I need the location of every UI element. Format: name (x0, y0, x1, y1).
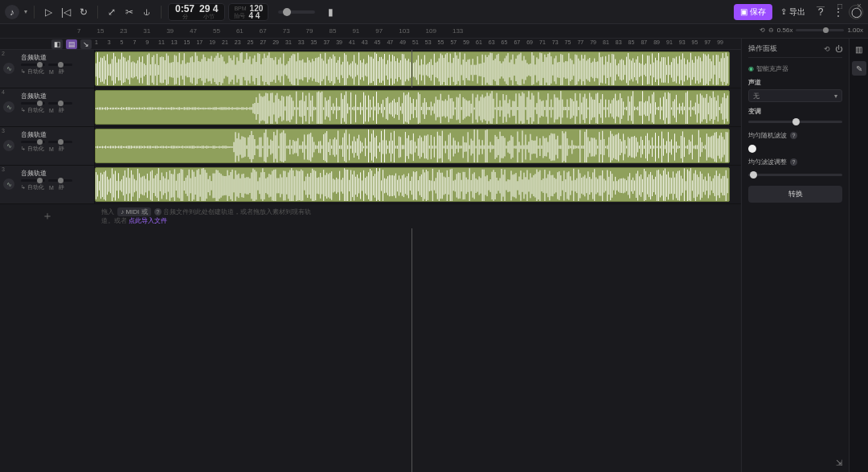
import-link[interactable]: 点此导入文件 (129, 217, 167, 224)
track-solo-button[interactable]: 静 (59, 145, 64, 153)
track-automation-button[interactable]: ↳ 自动化 (21, 68, 44, 76)
skip-start-button[interactable]: |◁ (59, 5, 73, 19)
overview-bar[interactable]: 715233139475561677379859197103109133 (0, 24, 868, 39)
app-logo[interactable]: ♪ (5, 5, 19, 19)
track-name[interactable]: 音频轨道 (21, 92, 91, 101)
tempo-display[interactable]: BPM120 拍号4 4 (228, 3, 268, 21)
playhead-lower[interactable] (411, 228, 412, 472)
side-tab-b[interactable]: ✎ (852, 61, 866, 76)
track-pan-slider[interactable] (48, 64, 72, 66)
tool-cut-button[interactable]: ✂ (122, 5, 137, 19)
intensity-slider[interactable] (748, 121, 842, 123)
track-header[interactable]: 4∿音频轨道↳ 自动化M静 (0, 88, 95, 126)
svg-rect-357 (668, 56, 669, 83)
svg-rect-560 (360, 102, 361, 114)
svg-rect-527 (307, 107, 308, 110)
track-automation-button[interactable]: ↳ 自动化 (21, 106, 44, 114)
svg-rect-1102 (596, 140, 596, 155)
tool-select-button[interactable]: ⤢ (104, 5, 119, 19)
track-solo-button[interactable]: 静 (59, 68, 64, 76)
svg-rect-597 (420, 94, 420, 123)
master-volume-slider[interactable] (278, 10, 315, 14)
zoom-slider[interactable] (796, 29, 844, 31)
svg-rect-1466 (546, 178, 547, 193)
voice-select[interactable]: 无▾ (748, 89, 842, 102)
svg-rect-41 (162, 56, 162, 83)
play-button[interactable]: ▷ (41, 5, 55, 19)
svg-rect-368 (686, 64, 686, 76)
timeline-ruler[interactable]: 1357911131517192123252729313335373941434… (95, 39, 741, 49)
side-tab-a[interactable]: ▥ (852, 42, 866, 56)
track-clip-area[interactable] (95, 166, 741, 203)
zoom-control[interactable]: ⟲ ⊖ 0.56x 1.00x (760, 27, 863, 34)
filter-help-icon[interactable]: ? (790, 158, 797, 166)
empty-timeline-area[interactable] (0, 228, 741, 472)
track-clip-area[interactable] (95, 50, 741, 88)
export-button[interactable]: ⇪导出 (776, 4, 810, 20)
track-type-icon[interactable]: ∿ (3, 101, 14, 113)
track-mute-button[interactable]: M (49, 146, 54, 152)
tool-snap-button[interactable]: ⫝ (140, 5, 154, 19)
ruler-mode-c-button[interactable]: ↘ (80, 39, 92, 49)
track-volume-slider[interactable] (21, 141, 45, 143)
loop-button[interactable]: ↻ (76, 5, 91, 19)
track-header[interactable]: 3∿音频轨道↳ 自动化M静 (0, 127, 95, 165)
panel-refresh-icon[interactable]: ⟲ (824, 45, 830, 53)
track-type-icon[interactable]: ∿ (3, 63, 14, 74)
track-name[interactable]: 音频轨道 (21, 53, 91, 62)
add-track-button[interactable]: ＋ (0, 204, 95, 228)
eq-help-icon[interactable]: ? (790, 132, 797, 139)
svg-rect-193 (405, 59, 406, 82)
track-pan-slider[interactable] (48, 102, 72, 105)
track-volume-slider[interactable] (21, 64, 45, 66)
track-name[interactable]: 音频轨道 (21, 169, 91, 178)
hint-help-icon[interactable]: ? (154, 208, 162, 215)
track-header[interactable]: 2∿音频轨道↳ 自动化M静 (0, 50, 95, 88)
svg-rect-1088 (573, 145, 574, 149)
svg-rect-1027 (476, 146, 477, 148)
filter-slider[interactable] (748, 174, 842, 176)
app-menu-chevron-icon[interactable]: ▾ (24, 8, 27, 15)
track-mute-button[interactable]: M (49, 69, 54, 75)
track-type-icon[interactable]: ∿ (3, 179, 14, 190)
ruler-mode-b-button[interactable]: ▤ (66, 39, 77, 49)
track-automation-button[interactable]: ↳ 自动化 (21, 183, 44, 191)
track-pan-slider[interactable] (48, 179, 72, 182)
svg-rect-1505 (608, 177, 609, 195)
audio-clip[interactable] (95, 51, 730, 86)
ruler-mode-a-button[interactable]: ◧ (51, 39, 63, 49)
track-volume-slider[interactable] (21, 179, 45, 182)
track-header[interactable]: 3∿音频轨道↳ 自动化M静 (0, 166, 95, 203)
track-automation-button[interactable]: ↳ 自动化 (21, 145, 44, 153)
svg-rect-812 (131, 146, 132, 148)
track-volume-slider[interactable] (21, 102, 45, 105)
track-name[interactable]: 音频轨道 (21, 130, 91, 139)
save-button[interactable]: ▣保存 (734, 4, 772, 20)
track-type-icon[interactable]: ∿ (3, 140, 14, 151)
track-pan-slider[interactable] (48, 141, 72, 143)
audio-clip[interactable] (95, 129, 730, 163)
metronome-button[interactable]: ▮ (323, 5, 338, 19)
svg-rect-1055 (520, 146, 521, 149)
eq-toggle[interactable] (748, 145, 756, 153)
win-max[interactable]: □ (834, 2, 845, 10)
win-min[interactable]: — (815, 2, 826, 10)
track-mute-button[interactable]: M (49, 108, 54, 113)
audio-clip[interactable] (95, 90, 730, 125)
svg-rect-1389 (423, 170, 424, 202)
track-clip-area[interactable] (95, 127, 741, 165)
audio-clip[interactable] (95, 167, 730, 202)
zoom-sync-icon[interactable]: ⟲ (760, 27, 765, 34)
track-solo-button[interactable]: 静 (59, 106, 64, 114)
convert-button[interactable]: 转换 (748, 186, 842, 203)
playhead[interactable] (411, 50, 412, 88)
svg-rect-332 (628, 53, 628, 86)
win-close[interactable]: × (854, 2, 865, 10)
svg-rect-625 (465, 99, 465, 119)
time-display[interactable]: 0:57 分 29 4 小节 (168, 3, 225, 21)
track-solo-button[interactable]: 静 (59, 183, 64, 191)
track-mute-button[interactable]: M (49, 185, 54, 191)
panel-power-icon[interactable]: ⏻ (835, 45, 842, 53)
panel-settings-icon[interactable]: ⇲ (836, 458, 842, 467)
track-clip-area[interactable] (95, 88, 741, 126)
